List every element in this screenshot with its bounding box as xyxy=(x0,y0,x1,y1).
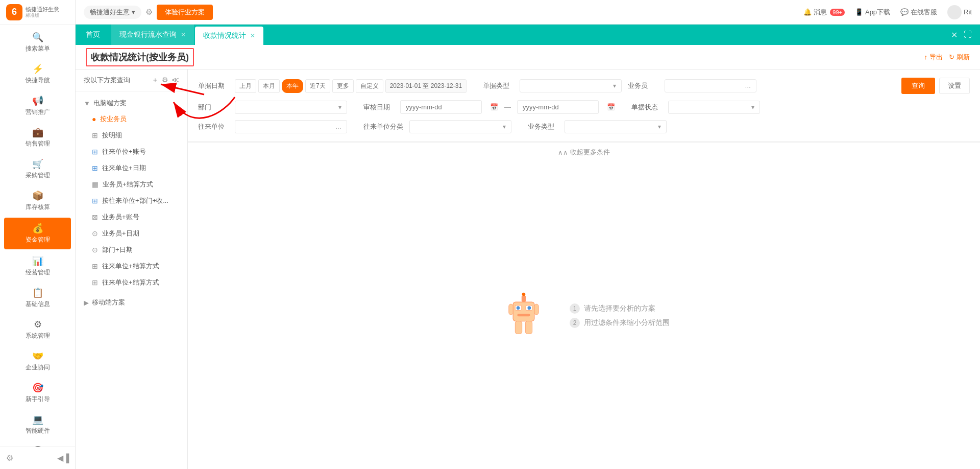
scheme-item-dept-date[interactable]: ⊙ 部门+日期 xyxy=(76,242,187,258)
partner-select[interactable]: … xyxy=(235,120,347,133)
sidebar-item-system[interactable]: ⚙ 系统管理 xyxy=(0,314,75,345)
filter-area: 单据日期 上月 本月 本年 近7天 更多 自定义 2023-01-01 至 20… xyxy=(188,69,980,142)
sidebar-item-hardware[interactable]: 💻 智能硬件 xyxy=(0,409,75,440)
sidebar-item-sales[interactable]: 💼 销售管理 xyxy=(0,122,75,153)
svg-point-3 xyxy=(517,306,520,310)
scheme-item-partner-dept-collection[interactable]: ⊞ 按往来单位+部门+收... xyxy=(76,193,187,209)
date-btn-last-month[interactable]: 上月 xyxy=(235,79,256,93)
tab-collection-stats[interactable]: 收款情况统计 ✕ xyxy=(195,27,263,45)
calendar-end-icon[interactable]: 📅 xyxy=(607,103,615,111)
app-download-button[interactable]: 📱 App下载 xyxy=(855,8,890,17)
content-area: 按以下方案查询 ＋ ⚙ ≪ ▼ 电脑端方案 ● 按业务员 xyxy=(76,69,980,469)
scheme-item-salesperson-date[interactable]: ⊙ 业务员+日期 xyxy=(76,225,187,242)
tab-bar-close-icon[interactable]: ✕ xyxy=(951,30,958,40)
scheme-group-pc-header[interactable]: ▼ 电脑端方案 xyxy=(76,96,187,111)
sidebar-item-inventory[interactable]: 📦 库存核算 xyxy=(0,185,75,217)
grid-icon: ⊞ xyxy=(92,131,98,139)
guide-icon: 🎯 xyxy=(32,382,43,393)
topbar-gear-icon[interactable]: ⚙ xyxy=(145,7,153,17)
partner-category-select[interactable]: ▾ xyxy=(409,120,511,133)
scheme-item-salesperson-account[interactable]: ⊠ 业务员+账号 xyxy=(76,209,187,225)
doc-status-select[interactable]: ▾ xyxy=(668,101,760,114)
svg-rect-0 xyxy=(513,302,534,321)
calendar-start-icon[interactable]: 📅 xyxy=(490,103,498,111)
tab-close-bank-flow[interactable]: ✕ xyxy=(181,31,186,38)
dept-select[interactable]: ▾ xyxy=(235,101,347,114)
sidebar-nav: 🔍 搜索菜单 ⚡ 快捷导航 📢 营销推广 💼 销售管理 🛒 采购管理 📦 xyxy=(0,25,75,447)
filter-row-1: 单据日期 上月 本月 本年 近7天 更多 自定义 2023-01-01 至 20… xyxy=(198,78,970,94)
scheme-item-salesperson-settlement[interactable]: ▦ 业务员+结算方式 xyxy=(76,176,187,193)
scheme-item-partner-date[interactable]: ⊞ 往来单位+日期 xyxy=(76,160,187,176)
right-panel: 单据日期 上月 本月 本年 近7天 更多 自定义 2023-01-01 至 20… xyxy=(188,69,980,469)
sidebar-item-wechat[interactable]: 💬 企业微信 xyxy=(0,440,75,447)
system-icon: ⚙ xyxy=(34,319,42,330)
date-btn-custom[interactable]: 自定义 xyxy=(356,79,383,93)
sidebar-item-quick-nav[interactable]: ⚡ 快捷导航 xyxy=(0,58,75,90)
date-btn-more[interactable]: 更多 xyxy=(332,79,354,93)
date-label: 单据日期 xyxy=(198,81,229,90)
message-button[interactable]: 🔔 消息 99+ xyxy=(803,8,845,17)
date-group: 上月 本月 本年 近7天 更多 自定义 2023-01-01 至 2023-12… xyxy=(235,79,467,93)
sidebar-item-marketing[interactable]: 📢 营销推广 xyxy=(0,90,75,122)
purchase-icon: 🛒 xyxy=(32,158,43,170)
date-btn-7days[interactable]: 近7天 xyxy=(305,79,330,93)
svg-rect-9 xyxy=(534,304,538,315)
app-name: 畅捷通好生意 xyxy=(26,6,59,13)
left-panel: 按以下方案查询 ＋ ⚙ ≪ ▼ 电脑端方案 ● 按业务员 xyxy=(76,69,188,469)
scheme-item-partner-account[interactable]: ⊞ 往来单位+账号 xyxy=(76,144,187,160)
user-avatar[interactable]: Rit xyxy=(947,5,972,19)
operation-icon: 📊 xyxy=(32,255,43,267)
sidebar-item-enterprise[interactable]: 🤝 企业协同 xyxy=(0,345,75,377)
sidebar-item-guide[interactable]: 🎯 新手引导 xyxy=(0,377,75,409)
collapse-bar[interactable]: ∧∧ 收起更多条件 xyxy=(188,142,980,162)
table5-icon: ⊞ xyxy=(92,278,98,287)
refresh-button[interactable]: ↻ 刷新 xyxy=(949,53,970,62)
review-date-end[interactable] xyxy=(517,100,599,114)
data-area: 1 请先选择要分析的方案 2 用过滤条件来缩小分析范围 xyxy=(188,162,980,469)
settings-scheme-icon[interactable]: ⚙ xyxy=(162,76,168,85)
app-selector[interactable]: 畅捷通好生意 ▾ xyxy=(84,6,141,19)
tab-bar-expand-icon[interactable]: ⛶ xyxy=(964,30,972,39)
tab-close-collection-stats[interactable]: ✕ xyxy=(250,32,255,39)
scheme-item-partner-settlement1[interactable]: ⊞ 往来单位+结算方式 xyxy=(76,258,187,274)
scheme-item-partner-settlement2[interactable]: ⊞ 往来单位+结算方式 xyxy=(76,274,187,291)
empty-hints: 1 请先选择要分析的方案 2 用过滤条件来缩小分析范围 xyxy=(570,303,670,328)
add-scheme-icon[interactable]: ＋ xyxy=(152,76,159,85)
tab-bank-flow[interactable]: 现金银行流水查询 ✕ xyxy=(111,25,194,45)
online-service-button[interactable]: 💬 在线客服 xyxy=(900,8,937,17)
trial-button[interactable]: 体验行业方案 xyxy=(157,5,213,20)
svg-point-7 xyxy=(522,293,526,296)
clock2-icon: ⊙ xyxy=(92,246,98,254)
sidebar-item-finance[interactable]: 💰 资金管理 xyxy=(4,218,71,249)
export-icon: ↑ xyxy=(924,53,928,61)
partner-category-arrow-icon: ▾ xyxy=(503,123,506,130)
biz-type-select[interactable]: ▾ xyxy=(565,120,667,133)
hint-text-2: 用过滤条件来缩小分析范围 xyxy=(584,318,670,327)
collapse-panel-icon[interactable]: ≪ xyxy=(172,76,179,85)
doc-type-select[interactable]: ▾ xyxy=(520,79,622,92)
svg-rect-11 xyxy=(525,321,532,334)
doc-type-arrow-icon: ▾ xyxy=(613,82,616,89)
review-date-start[interactable] xyxy=(400,100,482,114)
date-btn-this-month[interactable]: 本月 xyxy=(258,79,280,93)
export-button[interactable]: ↑ 导出 xyxy=(924,53,943,62)
refresh-icon: ↻ xyxy=(949,53,954,61)
scheme-item-by-detail[interactable]: ⊞ 按明细 xyxy=(76,127,187,144)
date-btn-this-year[interactable]: 本年 xyxy=(282,79,303,93)
sidebar-item-operation[interactable]: 📊 经营管理 xyxy=(0,250,75,282)
hint-text-1: 请先选择要分析的方案 xyxy=(584,304,655,313)
salesperson-select[interactable]: … xyxy=(665,79,756,92)
sidebar-item-basic[interactable]: 📋 基础信息 xyxy=(0,282,75,314)
collapse-sidebar-icon[interactable]: ◀▐ xyxy=(57,453,69,463)
table4-icon: ⊞ xyxy=(92,262,98,270)
settings-footer-icon[interactable]: ⚙ xyxy=(6,453,13,463)
scheme-item-by-salesperson[interactable]: ● 按业务员 xyxy=(76,111,187,127)
scheme-group-mobile-header[interactable]: ▶ 移动端方案 xyxy=(76,295,187,310)
sidebar-item-purchase[interactable]: 🛒 采购管理 xyxy=(0,153,75,185)
expand-icon: ▼ xyxy=(84,100,90,107)
sidebar-item-search[interactable]: 🔍 搜索菜单 xyxy=(0,27,75,58)
salesperson-label: 业务员 xyxy=(628,81,658,90)
tab-home[interactable]: 首页 xyxy=(76,25,110,45)
query-button[interactable]: 查询 xyxy=(901,78,935,94)
settings-button[interactable]: 设置 xyxy=(939,78,970,94)
